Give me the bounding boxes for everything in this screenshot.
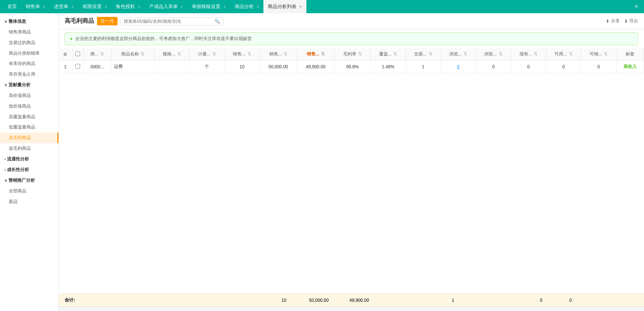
footer-current: 0: [526, 298, 556, 303]
sidebar-item-low-coverage[interactable]: 低覆盖量商品: [0, 122, 58, 133]
col-trade[interactable]: 交易... ⇅: [406, 48, 441, 61]
nav-template-settings[interactable]: 单据模板设置 ×: [187, 0, 230, 13]
close-sales-order[interactable]: ×: [43, 0, 45, 13]
info-icon: ✦: [69, 36, 73, 41]
col-sales3[interactable]: 销售... ⇅: [297, 48, 334, 61]
close-permissions[interactable]: ×: [105, 0, 107, 13]
col-sales2[interactable]: 销售... ⇅: [260, 48, 297, 61]
row-checkbox[interactable]: [75, 64, 80, 69]
row-coverage: 1.49%: [371, 61, 406, 73]
arrow-icon-overall: ∨: [4, 19, 7, 23]
data-table: ⚙ 商... ⇅ 商品名称 ⇅ 规格... ⇅: [59, 48, 644, 73]
nav-analysis-list[interactable]: 商品分析列表 ×: [263, 0, 306, 13]
close-product-inbound[interactable]: ×: [181, 0, 183, 13]
col-name[interactable]: 商品名称 ⇅: [111, 48, 154, 61]
sidebar-section-contribution[interactable]: ∨ 贡献量分析: [0, 80, 58, 90]
search-box: 🔍: [120, 17, 223, 25]
sidebar-item-high-margin[interactable]: 高毛利商品: [0, 133, 58, 143]
sidebar-item-sales-goods[interactable]: 销售类商品: [0, 27, 58, 37]
table-body: 1 0000... 运费 个 10 50,000.00 49,900.00 99…: [59, 61, 644, 73]
close-purchase-order[interactable]: ×: [71, 0, 73, 13]
header-actions: ⬆ 分享 ⬇ 导出: [606, 18, 638, 24]
sidebar-section-marketing[interactable]: ∨ 营销推广分析: [0, 175, 58, 186]
sidebar-item-in-stock[interactable]: 有库存的商品: [0, 58, 58, 69]
nav-home[interactable]: 首页: [3, 0, 21, 13]
arrow-icon-marketing: ∨: [4, 178, 7, 182]
col-tag: 标签: [616, 48, 644, 61]
row-tag: 高收入: [616, 61, 644, 73]
close-roles[interactable]: ×: [138, 0, 140, 13]
info-banner: ✦ 企业的主要的利润都是这部分商品创造的，可考虑加大推广，同时关注库存是不要出现…: [65, 32, 638, 45]
sidebar-section-overall[interactable]: ∨ 整体信息: [0, 16, 58, 27]
col-available[interactable]: 可用... ⇅: [546, 48, 581, 61]
row-code: 0000...: [83, 61, 111, 73]
close-template-settings[interactable]: ×: [223, 0, 226, 13]
sidebar-item-traded-goods[interactable]: 交易过的商品: [0, 37, 58, 48]
search-input[interactable]: [124, 19, 213, 24]
table-wrapper[interactable]: ⚙ 商... ⇅ 商品名称 ⇅ 规格... ⇅: [59, 48, 644, 293]
sidebar-item-new-products[interactable]: 新品: [0, 196, 58, 207]
export-button[interactable]: ⬇ 导出: [624, 18, 638, 24]
bottom-scrollbar[interactable]: [59, 307, 644, 311]
sidebar-item-high-coverage[interactable]: 高覆盖量商品: [0, 112, 58, 122]
sidebar-collapse-button[interactable]: «: [58, 155, 59, 170]
nav-permissions[interactable]: 权限设置 ×: [78, 0, 111, 13]
col-saleable[interactable]: 可销... ⇅: [581, 48, 616, 61]
row-checkbox-cell[interactable]: [72, 61, 83, 73]
close-analysis-list[interactable]: ×: [299, 0, 302, 13]
row-browse2: 0: [476, 61, 511, 73]
content-header: 高毛利商品 近一月 🔍 ⬆ 分享 ⬇ 导出: [59, 13, 644, 29]
close-product-analysis[interactable]: ×: [257, 0, 259, 13]
sidebar-item-low-value[interactable]: 低价值商品: [0, 101, 58, 112]
col-unit[interactable]: 计量... ⇅: [190, 48, 225, 61]
col-current[interactable]: 现有... ⇅: [511, 48, 546, 61]
col-coverage[interactable]: 覆盖... ⇅: [371, 48, 406, 61]
sort-icon-browse1: ⇅: [464, 51, 467, 57]
footer-sales1: 10: [269, 298, 299, 303]
col-gross-rate[interactable]: 毛利率 ⇅: [334, 48, 371, 61]
search-icon[interactable]: 🔍: [215, 19, 220, 24]
select-all-checkbox[interactable]: [75, 51, 80, 56]
share-button[interactable]: ⬆ 分享: [606, 18, 620, 24]
row-sales1: 10: [224, 61, 260, 73]
sidebar-item-stock-capital[interactable]: 库存资金占用: [0, 69, 58, 80]
footer-label: 合计:: [59, 297, 81, 303]
footer-row: 合计: 10 50,000.00 49,900.00 1 0 0: [59, 293, 644, 307]
row-name[interactable]: 运费: [111, 61, 154, 73]
sidebar-item-category-rate[interactable]: 商品分类助销率: [0, 48, 58, 59]
footer-available: 0: [556, 298, 585, 303]
sidebar-item-low-margin[interactable]: 低毛利商品: [0, 143, 58, 154]
main-layout: « ∨ 整体信息 销售类商品 交易过的商品 商品分类助销率 有库存的商品 库存资…: [0, 13, 644, 311]
nav-sales-order[interactable]: 销售单 ×: [21, 0, 50, 13]
sidebar-section-liquidity[interactable]: › 流通性分析: [0, 154, 58, 164]
content-area: 高毛利商品 近一月 🔍 ⬆ 分享 ⬇ 导出 ✦ 企业的主要的利润都是这部分商品创…: [59, 13, 644, 311]
table-header-row: ⚙ 商... ⇅ 商品名称 ⇅ 规格... ⇅: [59, 48, 644, 61]
sidebar: « ∨ 整体信息 销售类商品 交易过的商品 商品分类助销率 有库存的商品 库存资…: [0, 13, 59, 311]
arrow-icon-contribution: ∨: [4, 83, 7, 87]
footer-trade: 1: [438, 298, 468, 303]
col-sales1[interactable]: 销售... ⇅: [224, 48, 260, 61]
col-spec[interactable]: 规格... ⇅: [154, 48, 190, 61]
col-settings[interactable]: ⚙: [59, 48, 72, 61]
sidebar-section-growth[interactable]: › 成长性分析: [0, 164, 58, 175]
close-all-button[interactable]: ×: [632, 3, 641, 10]
col-browse2[interactable]: 浏览... ⇅: [476, 48, 511, 61]
row-sales2: 50,000.00: [260, 61, 297, 73]
sort-icon-spec: ⇅: [177, 51, 181, 57]
arrow-icon-liquidity: ›: [4, 157, 6, 161]
sort-icon-browse2: ⇅: [499, 51, 503, 57]
sidebar-item-high-value[interactable]: 高价值商品: [0, 90, 58, 101]
nav-purchase-order[interactable]: 进货单 ×: [50, 0, 78, 13]
sort-icon-unit: ⇅: [212, 51, 216, 57]
sort-icon-name: ⇅: [141, 51, 144, 57]
sort-icon-coverage: ⇅: [393, 51, 397, 57]
sidebar-item-all-goods[interactable]: 全部商品: [0, 186, 58, 196]
row-browse1[interactable]: 0: [441, 61, 476, 73]
nav-roles[interactable]: 角色授权 ×: [111, 0, 144, 13]
time-filter-button[interactable]: 近一月: [97, 17, 118, 25]
col-code[interactable]: 商... ⇅: [83, 48, 111, 61]
nav-product-inbound[interactable]: 产成品入库单 ×: [145, 0, 187, 13]
col-browse1[interactable]: 浏览... ⇅: [441, 48, 476, 61]
row-unit: 个: [190, 61, 225, 73]
nav-product-analysis[interactable]: 商品分析 ×: [230, 0, 263, 13]
